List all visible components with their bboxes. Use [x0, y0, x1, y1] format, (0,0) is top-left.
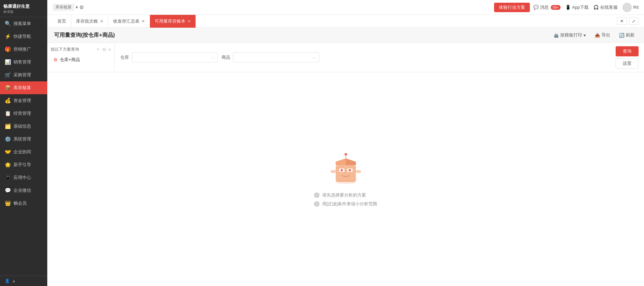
sidebar-item-label: 采购管理	[14, 72, 31, 78]
query-button[interactable]: 查询	[616, 46, 639, 56]
message-button[interactable]: 💬 消息 99+	[533, 4, 561, 10]
warehouse-input[interactable]	[132, 52, 218, 62]
product-suffix-icon[interactable]: ···	[312, 55, 316, 60]
export-button[interactable]: 📤 导出	[592, 31, 613, 39]
sidebar-item-member[interactable]: 👑 畅会员	[0, 197, 47, 210]
sidebar-item-label: 快捷导航	[14, 33, 31, 40]
user-menu[interactable]: Rit	[622, 3, 639, 12]
svg-point-9	[344, 153, 347, 156]
warehouse-suffix-icon[interactable]: ···	[211, 55, 215, 60]
header-gear-icon[interactable]: ⚙	[79, 4, 84, 10]
tab-inventory-batch[interactable]: 库存批次账 ✕	[71, 15, 108, 28]
product-label: 商品	[222, 54, 230, 60]
empty-state: 1 请先选择要分析的方案 2 用[过滤]条件来缩小分析范围	[47, 72, 644, 286]
app-icon: 📱	[565, 5, 571, 10]
empty-illustration	[329, 152, 363, 185]
sidebar-item-newbie[interactable]: 🌟 新手引导	[0, 158, 47, 171]
page-title: 可用量查询(按仓库+商品)	[54, 32, 115, 39]
tip-num-2: 2	[314, 201, 319, 207]
newbie-icon: 🌟	[5, 162, 11, 168]
purchase-icon: 🛒	[5, 72, 11, 78]
action-label: 导出	[601, 32, 610, 38]
sidebar-item-label: 经营管理	[14, 110, 31, 116]
warehouse-field: 仓库 ···	[120, 52, 215, 62]
tab-close-icon[interactable]: ✕	[187, 19, 191, 24]
appstore-icon: 📱	[5, 175, 11, 181]
product-input[interactable]	[233, 52, 319, 62]
system-icon: ⚙️	[5, 136, 11, 142]
sidebar-item-search[interactable]: 🔍 搜索菜单	[0, 17, 47, 30]
product-field: 商品 ···	[222, 52, 316, 62]
scheme-label: 仓库+商品	[60, 57, 80, 63]
sidebar-item-appstore[interactable]: 📱 应用中心	[0, 171, 47, 184]
settings-button[interactable]: 设置	[616, 58, 639, 69]
tab-home[interactable]: 首页	[53, 15, 71, 28]
warehouse-label: 仓库	[120, 54, 129, 60]
sidebar-item-wechat[interactable]: 💬 企业微信	[0, 184, 47, 197]
svg-rect-1	[336, 165, 356, 182]
sidebar-item-shortcut[interactable]: ⚡ 快捷导航	[0, 30, 47, 43]
sidebar-item-label: 企业协同	[14, 149, 31, 155]
tab-receipt-summary[interactable]: 收发存汇总表 ✕	[108, 15, 150, 28]
tab-available-qty[interactable]: 可用量库存账本 ✕	[150, 15, 196, 28]
sidebar-item-basic[interactable]: 🗂️ 基础信息	[0, 120, 47, 133]
refresh-button[interactable]: 🔄 刷新	[616, 31, 637, 39]
page-actions: 🖨️ 按模板打印 ▾ 📤 导出 🔄 刷新	[551, 31, 637, 39]
service-button[interactable]: 🎧 在线客服	[593, 4, 618, 10]
sidebar-item-marketing[interactable]: 🎁 营销推广	[0, 43, 47, 56]
sidebar-item-purchase[interactable]: 🛒 采购管理	[0, 69, 47, 81]
collapse-icon[interactable]: «	[108, 47, 111, 52]
sidebar-item-label: 销售管理	[14, 59, 31, 65]
message-icon: 💬	[533, 5, 539, 10]
query-btn-area: 查询 设置	[610, 43, 644, 72]
sidebar-item-operation[interactable]: 📋 经营管理	[0, 107, 47, 120]
tab-close-icon[interactable]: ✕	[141, 19, 145, 24]
tip-num-1: 1	[314, 192, 319, 198]
query-sidebar-title: 按以下方案查询	[51, 47, 79, 52]
scheme-item-warehouse-product[interactable]: ⚙ 仓库+商品	[51, 55, 111, 64]
template-print-button[interactable]: 🖨️ 按模板打印 ▾	[551, 31, 589, 39]
export-icon: 📤	[595, 33, 600, 38]
app-download-button[interactable]: 📱 App下载	[565, 4, 589, 10]
dropdown-icon[interactable]: ▾	[584, 33, 586, 38]
sidebar-item-sales[interactable]: 📊 销售管理	[0, 56, 47, 69]
search-icon: 🔍	[5, 21, 11, 27]
add-scheme-icon[interactable]: ＋	[96, 46, 100, 52]
main-content: 库存核算 ▾ ⚙ 体验行业方案 💬 消息 99+ 📱 App下载 🎧 在线客服 …	[47, 0, 644, 286]
sidebar-item-enterprise[interactable]: 🤝 企业协同	[0, 146, 47, 158]
header-right: 💬 消息 99+ 📱 App下载 🎧 在线客服 Rit	[533, 3, 639, 12]
tip-text-1: 请先选择要分析的方案	[322, 192, 366, 198]
refresh-icon: 🔄	[619, 33, 624, 38]
sidebar-scroll-up[interactable]: ▲	[12, 279, 16, 283]
svg-marker-2	[336, 158, 346, 165]
member-icon: 👑	[5, 200, 11, 206]
query-sidebar-header: 按以下方案查询 ＋ ⊙ «	[51, 46, 111, 52]
sidebar-nav: 🔍 搜索菜单 ⚡ 快捷导航 🎁 营销推广 📊 销售管理 🛒 采购管理 📦 库存核…	[0, 17, 47, 276]
breadcrumb-dropdown[interactable]: ▾	[76, 5, 78, 10]
sidebar-item-label: 基础信息	[14, 123, 31, 129]
operation-icon: 📋	[5, 110, 11, 116]
top-header: 库存核算 ▾ ⚙ 体验行业方案 💬 消息 99+ 📱 App下载 🎧 在线客服 …	[47, 0, 644, 15]
svg-marker-3	[346, 158, 356, 165]
sidebar-item-system[interactable]: ⚙️ 系统管理	[0, 133, 47, 146]
sidebar-item-finance[interactable]: 💰 资金管理	[0, 94, 47, 107]
settings-scheme-icon[interactable]: ⊙	[102, 47, 106, 52]
sidebar-item-inventory[interactable]: 📦 库存核算	[0, 81, 47, 94]
sidebar-bottom[interactable]: 👤 ▲	[0, 276, 47, 286]
query-scheme-sidebar: 按以下方案查询 ＋ ⊙ « ⚙ 仓库+商品	[47, 43, 115, 72]
svg-point-6	[341, 169, 343, 171]
trial-button[interactable]: 体验行业方案	[494, 3, 530, 12]
tab-label: 首页	[57, 18, 66, 24]
empty-tips: 1 请先选择要分析的方案 2 用[过滤]条件来缩小分析范围	[314, 192, 377, 207]
tab-label: 可用量库存账本	[155, 18, 185, 24]
tab-close-icon[interactable]: ✕	[100, 19, 103, 24]
sidebar-item-label: 新手引导	[14, 162, 31, 168]
sidebar-item-label: 库存核算	[14, 85, 31, 91]
sidebar-item-label: 企业微信	[14, 187, 31, 193]
close-tab-button[interactable]: ✕	[617, 17, 627, 25]
service-label: 在线客服	[600, 4, 618, 10]
logo-title: 畅康通好生意	[3, 3, 44, 9]
expand-button[interactable]: ⤢	[629, 17, 639, 25]
svg-rect-11	[356, 170, 361, 173]
sales-icon: 📊	[5, 59, 11, 65]
